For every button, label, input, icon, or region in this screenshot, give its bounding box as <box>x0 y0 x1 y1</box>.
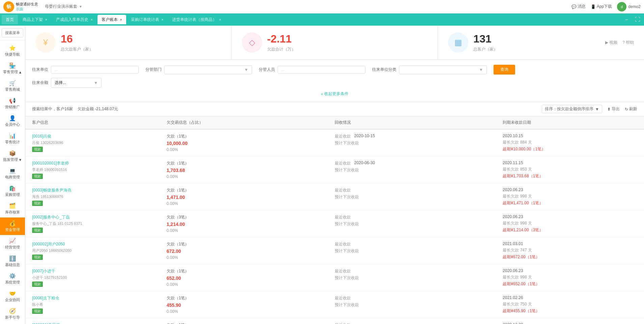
tab-purchase-order[interactable]: 采购订单统计表 × <box>127 15 168 24</box>
filter-dept: 分管部门 ▼ <box>145 65 252 74</box>
sidebar-item-retail-mgmt[interactable]: 🏪 零售管理 ▲ <box>0 60 25 77</box>
customer-name-5[interactable]: [0007]小进千 <box>32 268 167 274</box>
sidebar-item-capital-mgmt[interactable]: 💰 资金管理 <box>0 217 25 235</box>
customer-tag-6: 现款 <box>32 308 43 314</box>
sidebar-item-operations[interactable]: 📈 经营管理 <box>0 235 25 253</box>
sidebar-item-system-mgmt[interactable]: ⚙️ 系统管理 <box>0 270 25 288</box>
debt-amount-6: 455.90 <box>167 302 335 308</box>
stats-row: ¥ 16 总欠款客户（家） ◇ -2.11 欠款合计（万） ▦ <box>25 26 644 60</box>
customer-name-3[interactable]: [0002]服务中心_丁磊 <box>32 214 167 220</box>
overdue-amount-4[interactable]: 超期¥672.00（1笔） <box>503 254 637 260</box>
customer-name-1[interactable]: [0001020001]李老师 <box>32 160 167 166</box>
tab-collapse-btn[interactable]: － <box>622 16 631 24</box>
debt-count-5: 欠款（1笔） <box>167 268 335 274</box>
sidebar-item-marketing[interactable]: 📢 营销推广 <box>0 95 25 112</box>
sidebar-item-app-center[interactable]: 📲 应用中心 <box>0 323 25 324</box>
unit-class-select[interactable]: ▼ <box>399 65 487 74</box>
customer-tag-0: 现款 <box>32 147 43 152</box>
stat-card-total-debt: ◇ -2.11 欠款合计（万） <box>232 26 438 59</box>
content-area: ¥ 16 总欠款客户（家） ◇ -2.11 欠款合计（万） ▦ <box>25 26 644 324</box>
tab-home[interactable]: 首页 <box>2 15 18 24</box>
sidebar-item-basic-info[interactable]: ℹ️ 基础信息 <box>0 253 25 270</box>
refresh-btn[interactable]: ↻ 刷新 <box>625 106 637 112</box>
sidebar-search-btn[interactable]: 搜索菜单 <box>2 28 23 37</box>
sidebar-item-member-center[interactable]: 👤 会员中心 <box>0 112 25 130</box>
table-row: [0002]服务中心_丁磊 服务中心_丁磊 181 0125 8371 现款 欠… <box>25 210 644 237</box>
close-tab-customer-account[interactable]: × <box>120 18 122 22</box>
close-tab-product-shelf[interactable]: × <box>45 18 47 22</box>
sidebar-item-ecommerce[interactable]: 💻 电商管理 <box>0 165 25 182</box>
debt-info-2: 欠款（1笔） 1,471.00 0.00% <box>167 187 335 206</box>
collapse-btn[interactable]: « 收起更多条件 <box>32 91 637 97</box>
app-download-btn[interactable]: 📱 App下载 <box>591 4 612 9</box>
company-select-area[interactable]: 母婴行业演示账套 ▼ <box>45 4 82 9</box>
logo-area: 畅 畅捷通好生意 示跟 <box>3 1 38 12</box>
debt-info-7: 欠款（1笔） 429.00 0.00% <box>167 322 335 324</box>
table-row: [000001]黄思源 黄思源 13552700226 现款 欠款（1笔） 42… <box>25 318 644 324</box>
total-customers-number: 131 <box>473 33 498 45</box>
help-btn[interactable]: ? 帮助 <box>622 40 634 46</box>
search-button[interactable]: 查询 <box>494 65 515 75</box>
customer-name-4[interactable]: [000002]用户2050 <box>32 241 167 247</box>
filter-area: 往来单位 ... 分管部门 ▼ 分管人员 <box>25 60 644 102</box>
debt-amount-2: 1,471.00 <box>167 195 335 200</box>
stat-card-debt-customers: ¥ 16 总欠款客户（家） <box>25 26 232 59</box>
table-row: [000002]用户2050 用户2050 18665062050 现款 欠款（… <box>25 237 644 264</box>
unit-class-arrow-icon: ▼ <box>479 67 483 72</box>
filter-from-unit: 往来单位 ... <box>32 66 139 73</box>
customer-name-6[interactable]: [0006]去下粮仓 <box>32 295 167 301</box>
sidebar-item-enterprise-collab[interactable]: 🤝 企业协同 <box>0 288 25 305</box>
customer-info-0: [0016]吕俊 吕俊 13026203696 现款 <box>32 134 167 152</box>
sidebar-item-newbie-guide[interactable]: 🧭 新手引导 <box>0 305 25 323</box>
main-layout: 搜索菜单 ⭐ 快捷导航 🏪 零售管理 ▲ 🛒 零售商城 <box>0 26 644 324</box>
sort-select[interactable]: 排序：按欠款金额倒序排序 ▼ <box>542 105 602 113</box>
overdue-amount-6[interactable]: 超期¥455.90（1笔） <box>503 308 637 314</box>
from-unit-label: 往来单位 <box>32 67 48 72</box>
person-input[interactable]: ... <box>278 66 365 73</box>
from-unit-input[interactable]: ... <box>51 66 139 73</box>
overdue-info-4: 2021.03.01 最长欠款 747 天 超期¥672.00（1笔） <box>503 241 637 260</box>
close-tab-production-history[interactable]: × <box>91 18 93 22</box>
customer-phone-2: 海燕 18513066976 <box>32 194 167 199</box>
close-tab-purchase-order[interactable]: × <box>162 18 164 22</box>
customer-name-7[interactable]: [000001]黄思源 <box>32 322 167 324</box>
balance-select[interactable]: 选择... ▼ <box>51 78 102 88</box>
tab-stock-summary[interactable]: 进货单统计表（按商品） × <box>168 15 225 24</box>
dept-select[interactable]: ▼ <box>164 65 252 74</box>
tab-production-history[interactable]: 产成品入库单历史 × <box>52 15 97 24</box>
tab-fullscreen-btn[interactable]: ⛶ <box>633 16 642 23</box>
collection-info-6: 最近收款 预计下次收款 <box>335 295 503 308</box>
sidebar-item-retail-stats[interactable]: 📊 零售统计 <box>0 130 25 147</box>
customer-tag-4: 现款 <box>32 255 43 260</box>
user-avatar[interactable]: d demo2 <box>617 2 641 11</box>
debt-percent-2: 0.00% <box>167 201 335 206</box>
export-btn[interactable]: ⬆ 导出 <box>607 106 620 112</box>
table-row: [0006]去下粮仓 陈小希 现款 欠款（1笔） 455.90 0.00% 最近… <box>25 291 644 318</box>
filter-unit-class: 往来单位分类 ▼ <box>372 65 487 74</box>
overdue-amount-3[interactable]: 超期¥1,214.00（3笔） <box>503 227 637 233</box>
debt-info-1: 欠款（1笔） 1,703.68 0.00% <box>167 160 335 179</box>
sidebar-item-retail-mall[interactable]: 🛒 零售商城 <box>0 77 25 95</box>
collection-info-7: 最近收款 预计下次收款 <box>335 322 503 324</box>
top-bar: 畅 畅捷通好生意 示跟 母婴行业演示账套 ▼ 💬 消息 📱 App下载 d <box>0 0 644 13</box>
overdue-amount-1[interactable]: 超期¥1,703.68（1笔） <box>503 173 637 179</box>
overdue-amount-2[interactable]: 超期¥1,471.00（1笔） <box>503 200 637 206</box>
sidebar-item-batch-mgmt[interactable]: 📦 批发管理 ▼ <box>0 147 25 165</box>
customer-name-0[interactable]: [0016]吕俊 <box>32 134 167 139</box>
close-tab-stock-summary[interactable]: × <box>219 18 221 22</box>
overdue-amount-5[interactable]: 超期¥652.00（1笔） <box>503 281 637 287</box>
sidebar-item-purchase-mgmt[interactable]: 🛍️ 采购管理 <box>0 182 25 200</box>
filter-person: 分管人员 ... <box>259 66 365 73</box>
tab-customer-account[interactable]: 客户账本 × <box>97 15 126 24</box>
tab-product-shelf[interactable]: 商品上下架 × <box>19 15 51 24</box>
debt-percent-1: 0.00% <box>167 174 335 179</box>
sidebar-item-inventory[interactable]: 🗂️ 库存核算 <box>0 200 25 217</box>
customer-phone-3: 服务中心_丁磊 181 0125 8371 <box>32 221 167 226</box>
debt-percent-4: 0.00% <box>167 255 335 260</box>
customer-name-2[interactable]: [0003]畅捷服务尹海燕 <box>32 187 167 193</box>
sidebar-item-quick-nav[interactable]: ⭐ 快捷导航 <box>0 42 25 60</box>
message-btn[interactable]: 💬 消息 <box>571 4 586 9</box>
video-btn[interactable]: ▶ 视频 <box>605 40 617 46</box>
total-debt-info: -2.11 欠款合计（万） <box>267 33 296 52</box>
overdue-amount-0[interactable]: 超期¥10,000.00（1笔） <box>503 146 637 152</box>
